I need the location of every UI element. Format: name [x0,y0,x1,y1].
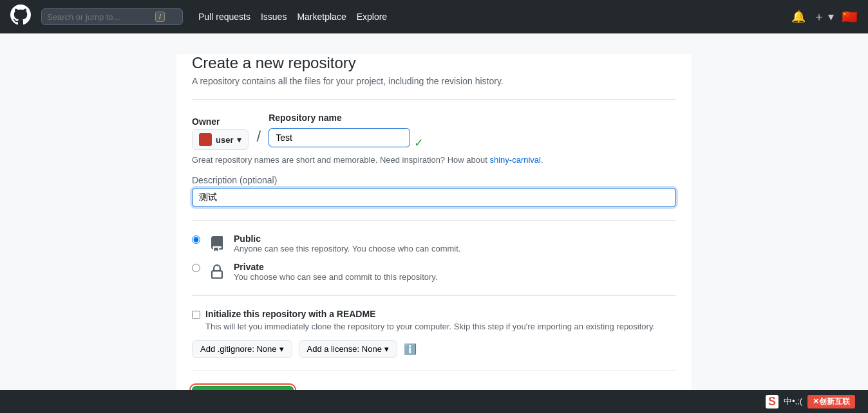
chevron-down-icon: ▾ [279,344,284,354]
repo-name-label: Repository name [269,113,424,123]
page-title: Create a new repository [192,54,676,72]
gitignore-dropdown[interactable]: Add .gitignore: None ▾ [192,340,292,358]
private-desc: You choose who can see and commit to thi… [234,272,438,282]
chevron-down-icon: ▾ [237,134,241,145]
private-title: Private [234,262,438,272]
public-icon [207,234,227,254]
owner-label: Owner [192,116,249,127]
search-bar[interactable]: / [41,8,183,25]
owner-repo-row: Owner user ▾ / Repository name ✓ [192,113,676,150]
description-group: Description (optional) [192,175,676,220]
kbd-slash: / [155,12,165,22]
user-menu[interactable]: 🇨🇳 [842,9,858,24]
suggestion-text: Great repository names are short and mem… [192,155,676,165]
private-radio[interactable] [192,264,200,272]
public-option: Public Anyone can see this repository. Y… [192,234,676,254]
bottom-divider [192,371,676,371]
top-divider [192,99,676,100]
notifications-icon[interactable]: 🔔 [791,10,806,24]
footer-watermark: S 中•,;( ✕创新互联 [0,390,868,413]
watermark-s-icon: S [766,395,778,408]
description-label: Description (optional) [192,175,676,185]
nav-links: Pull requests Issues Marketplace Explore [198,12,387,22]
init-readme-checkbox[interactable] [192,311,200,319]
public-title: Public [234,234,460,244]
owner-name: user [216,135,233,145]
init-section: Initialize this repository with a README… [192,309,676,358]
info-icon[interactable]: ℹ️ [404,343,417,355]
private-option: Private You choose who can see and commi… [192,262,676,282]
path-slash: / [254,129,263,144]
marketplace-link[interactable]: Marketplace [297,12,346,22]
extras-row: Add .gitignore: None ▾ Add a license: No… [192,340,676,358]
watermark-brand: ✕创新互联 [807,395,855,408]
owner-avatar-icon [199,133,212,146]
github-logo-icon[interactable] [10,5,31,29]
init-desc: This will let you immediately clone the … [205,322,655,331]
mid-divider1 [192,220,676,221]
repo-name-group: Repository name ✓ [269,113,424,150]
watermark-chars: 中•,;( [784,396,802,407]
pull-requests-link[interactable]: Pull requests [198,12,250,22]
mid-divider2 [192,295,676,296]
owner-selector[interactable]: user ▾ [192,129,249,150]
license-dropdown[interactable]: Add a license: None ▾ [299,340,397,358]
private-icon [207,262,227,282]
main-content: Create a new repository A repository con… [176,54,692,410]
init-title: Initialize this repository with a README [205,309,375,319]
init-readme-option: Initialize this repository with a README… [192,309,676,331]
explore-link[interactable]: Explore [357,12,387,22]
navbar: / Pull requests Issues Marketplace Explo… [0,0,868,33]
description-input[interactable] [192,188,676,207]
repo-name-input[interactable] [269,128,410,147]
suggestion-link[interactable]: shiny-carnival [489,155,540,165]
public-info: Public Anyone can see this repository. Y… [234,234,460,253]
init-info: Initialize this repository with a README… [205,309,655,331]
search-input[interactable] [47,12,150,22]
page-subtitle: A repository contains all the files for … [192,76,676,86]
issues-link[interactable]: Issues [261,12,287,22]
chevron-down-icon: ▾ [384,344,389,354]
public-desc: Anyone can see this repository. You choo… [234,244,460,253]
navbar-right: 🔔 ＋ ▾ 🇨🇳 [791,9,858,24]
add-icon[interactable]: ＋ ▾ [813,9,834,24]
private-info: Private You choose who can see and commi… [234,262,438,282]
owner-group: Owner user ▾ [192,116,249,150]
visibility-section: Public Anyone can see this repository. Y… [192,234,676,282]
public-radio[interactable] [192,235,200,244]
valid-check-icon: ✓ [414,136,424,150]
